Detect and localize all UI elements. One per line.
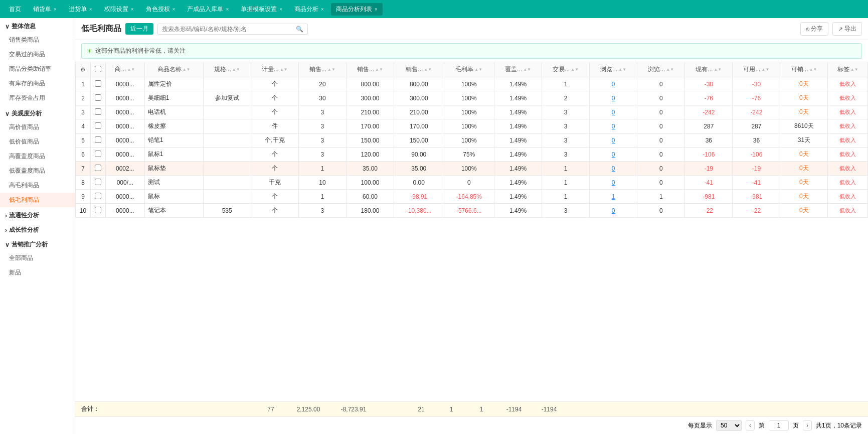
nav-sales-order[interactable]: 销货单 × (28, 3, 62, 16)
col-transactions[interactable]: 交易...▲▼ (542, 62, 590, 77)
col-tag[interactable]: 标签▲▼ (828, 62, 868, 77)
row-checkbox-cell[interactable] (91, 162, 106, 176)
row-spec (203, 77, 251, 91)
col-name[interactable]: 商品名称▲▼ (144, 62, 203, 77)
close-icon[interactable]: × (54, 7, 57, 12)
prev-page-button[interactable]: ‹ (746, 420, 755, 430)
row-amount: 800.00 (394, 77, 444, 91)
nav-role-auth[interactable]: 角色授权 × (141, 3, 181, 16)
close-icon[interactable]: × (172, 7, 176, 12)
row-checkbox-cell[interactable] (91, 91, 106, 105)
row-checkbox[interactable] (95, 193, 101, 199)
row-checkbox-cell[interactable] (91, 204, 106, 218)
row-checkbox[interactable] (95, 80, 101, 87)
date-filter-button[interactable]: 近一月 (125, 23, 153, 35)
nav-product-inbound[interactable]: 产成品入库单 × (182, 3, 234, 16)
row-browse1[interactable]: 0 (590, 176, 637, 190)
close-icon[interactable]: × (375, 7, 378, 12)
row-browse1[interactable]: 0 (590, 133, 637, 148)
row-checkbox[interactable] (95, 151, 101, 157)
col-unit[interactable]: 计量...▲▼ (251, 62, 298, 77)
sidebar-item-low-coverage[interactable]: 低覆盖度商品 (0, 164, 75, 178)
sidebar-item-category-rate[interactable]: 商品分类助销率 (0, 62, 75, 76)
row-checkbox-cell[interactable] (91, 105, 106, 119)
col-stock-available[interactable]: 可用...▲▼ (733, 62, 780, 77)
nav-product-analysis-list[interactable]: 商品分析列表 × (331, 3, 383, 16)
row-checkbox-cell[interactable] (91, 148, 106, 162)
nav-permission[interactable]: 权限设置 × (99, 3, 139, 16)
sidebar-item-new-products[interactable]: 新品 (0, 265, 75, 280)
search-input[interactable] (162, 26, 296, 33)
sidebar-item-stock-capital[interactable]: 库存资金占用 (0, 91, 75, 105)
sidebar-item-high-coverage[interactable]: 高覆盖度商品 (0, 149, 75, 164)
row-browse1[interactable]: 0 (590, 77, 637, 91)
sidebar-group-beauty[interactable]: ∨ 美观度分析 (0, 105, 75, 120)
sidebar-group-circulation[interactable]: › 流通性分析 (0, 207, 75, 222)
row-browse1[interactable]: 0 (590, 91, 637, 105)
row-checkbox[interactable] (95, 108, 101, 115)
share-button[interactable]: ⎋ 分享 (800, 22, 828, 36)
col-spec[interactable]: 规格...▲▼ (203, 62, 251, 77)
close-icon[interactable]: × (131, 7, 134, 12)
row-checkbox-cell[interactable] (91, 176, 106, 190)
sidebar-item-low-margin[interactable]: 低毛利商品 (0, 193, 75, 207)
close-icon[interactable]: × (279, 7, 282, 12)
nav-home[interactable]: 首页 (4, 3, 26, 16)
row-name: 吴细细1 (144, 91, 203, 105)
close-icon[interactable]: × (226, 7, 229, 12)
row-amount: 35.00 (394, 162, 444, 176)
sidebar-group-overall[interactable]: ∨ 整体信息 (0, 18, 75, 33)
close-icon[interactable]: × (89, 7, 92, 12)
sidebar-group-growth[interactable]: › 成长性分析 (0, 222, 75, 236)
page-number-input[interactable] (769, 420, 789, 430)
row-browse1[interactable]: 0 (590, 162, 637, 176)
col-stock-current[interactable]: 现有...▲▼ (685, 62, 733, 77)
col-sales-amount[interactable]: 销售...▲▼ (394, 62, 444, 77)
sidebar-item-in-stock[interactable]: 有库存的商品 (0, 76, 75, 91)
row-browse1[interactable]: 0 (590, 148, 637, 162)
col-browse1[interactable]: 浏览...▲▼ (590, 62, 637, 77)
search-icon[interactable]: 🔍 (296, 26, 303, 33)
row-checkbox-cell[interactable] (91, 77, 106, 91)
col-code[interactable]: 商...▲▼ (106, 62, 145, 77)
row-checkbox[interactable] (95, 179, 101, 185)
row-checkbox[interactable] (95, 122, 101, 129)
export-button[interactable]: ↗ 导出 (832, 22, 862, 36)
col-sales-price[interactable]: 销售...▲▼ (346, 62, 394, 77)
table-container[interactable]: ⚙ 商...▲▼ 商品名称▲▼ 规格...▲▼ 计量...▲▼ 销售...▲▼ … (75, 62, 868, 401)
row-checkbox-cell[interactable] (91, 119, 106, 133)
sidebar-item-high-margin[interactable]: 高毛利商品 (0, 178, 75, 193)
row-cover: 3 (542, 133, 590, 148)
col-settings[interactable]: ⚙ (76, 62, 91, 77)
col-coverage[interactable]: 覆盖...▲▼ (494, 62, 542, 77)
nav-template-settings[interactable]: 单据模板设置 × (236, 3, 287, 16)
col-sales-qty[interactable]: 销售...▲▼ (298, 62, 346, 77)
row-checkbox[interactable] (95, 94, 101, 101)
row-checkbox-cell[interactable] (91, 190, 106, 204)
sidebar-item-high-value[interactable]: 高价值商品 (0, 120, 75, 134)
select-all-checkbox[interactable] (95, 66, 101, 72)
row-profit: 100% (444, 105, 494, 119)
next-page-button[interactable]: › (803, 420, 812, 430)
row-browse1[interactable]: 0 (590, 204, 637, 218)
row-browse1[interactable]: 0 (590, 119, 637, 133)
nav-product-analysis[interactable]: 商品分析 × (289, 3, 329, 16)
sidebar-item-sales-products[interactable]: 销售类商品 (0, 33, 75, 47)
row-browse1[interactable]: 1 (590, 190, 637, 204)
row-checkbox[interactable] (95, 136, 101, 143)
col-margin[interactable]: 毛利率▲▼ (444, 62, 494, 77)
sidebar-group-marketing[interactable]: ∨ 营销推广分析 (0, 236, 75, 251)
sidebar-item-all-products[interactable]: 全部商品 (0, 251, 75, 265)
row-checkbox[interactable] (95, 207, 101, 213)
close-icon[interactable]: × (321, 7, 324, 12)
col-browse2[interactable]: 浏览...▲▼ (637, 62, 685, 77)
nav-purchase-order[interactable]: 进货单 × (64, 3, 97, 16)
per-page-select[interactable]: 50 100 200 (716, 420, 742, 431)
row-checkbox[interactable] (95, 165, 101, 171)
row-browse1[interactable]: 0 (590, 105, 637, 119)
sidebar-item-traded-products[interactable]: 交易过的商品 (0, 47, 75, 62)
sidebar-item-low-value[interactable]: 低价值商品 (0, 134, 75, 149)
col-checkbox[interactable] (91, 62, 106, 77)
row-checkbox-cell[interactable] (91, 133, 106, 148)
col-stock-sellable[interactable]: 可销...▲▼ (780, 62, 828, 77)
